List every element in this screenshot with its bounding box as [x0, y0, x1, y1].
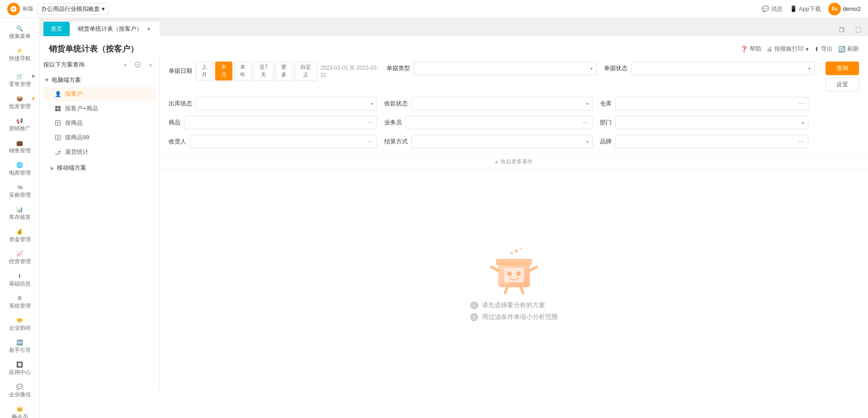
logo-icon: [7, 3, 20, 15]
doc-status-arrow: ▾: [808, 66, 811, 71]
brand-select[interactable]: ···: [615, 135, 808, 148]
scheme-by-product[interactable]: 按商品: [43, 116, 156, 130]
main-container: 🔍 搜索菜单 ⚡ 快捷导航 🛒 零售管理 ▶ 📦 批发管理 ▲ 📢 营销推广: [0, 18, 868, 418]
collapse-up-icon: ∧: [495, 159, 499, 165]
tab-bar-actions: ❐ ⛶: [835, 24, 864, 36]
warehouse-select[interactable]: ···: [615, 97, 808, 110]
sidebar-item-app-center[interactable]: 🔲 应用中心: [0, 358, 39, 380]
receipt-status-select[interactable]: ▾: [411, 97, 593, 110]
customer-icon: 👤: [54, 90, 61, 98]
settings-button[interactable]: 设置: [826, 78, 859, 91]
settlement-arrow: ▾: [586, 139, 589, 144]
scheme-customer-product-label: 按客户+商品: [65, 104, 98, 113]
tab-restore-btn[interactable]: ❐: [835, 24, 848, 36]
sidebar-item-retail[interactable]: 🛒 零售管理 ▶: [0, 70, 39, 92]
app-download-action[interactable]: 📱 App下载: [790, 5, 821, 13]
empty-state-icon: [487, 240, 541, 294]
main-split: 按以下方案查询 + « ▶: [40, 54, 868, 391]
app-download-label: App下载: [799, 5, 821, 13]
out-status-select[interactable]: ▾: [196, 97, 377, 110]
search-icon: 🔍: [16, 25, 23, 32]
sidebar-item-ecommerce[interactable]: 🌐 电商管理: [0, 158, 39, 180]
operations-icon: 📈: [16, 251, 23, 257]
consignee-label: 收货人: [169, 138, 186, 146]
query-button[interactable]: 查询: [826, 62, 859, 75]
sidebar-item-guide[interactable]: 🆕 新手引导: [0, 336, 39, 358]
department-select[interactable]: ▾: [615, 116, 808, 129]
desktop-group-header[interactable]: ▶ 电脑端方案: [43, 73, 156, 87]
sidebar-item-purchase[interactable]: 🛍 采购管理: [0, 180, 39, 203]
date-btn-more[interactable]: 更多: [275, 62, 293, 81]
svg-rect-2: [55, 106, 57, 108]
consignee-select[interactable]: ···: [190, 135, 377, 148]
empty-state: 1 请先选择要分析的方案 2 用过滤条件来缩小分析范围: [160, 170, 868, 391]
sidebar-item-system[interactable]: ⚙ 系统管理: [0, 291, 39, 314]
user-area[interactable]: Ea demo2: [828, 3, 861, 15]
member-icon: 👑: [16, 406, 23, 412]
date-btn-this-year[interactable]: 本年: [234, 62, 252, 81]
sidebar-item-finance[interactable]: 💰 资金管理: [0, 225, 39, 247]
sidebar: 🔍 搜索菜单 ⚡ 快捷导航 🛒 零售管理 ▶ 📦 批发管理 ▲ 📢 营销推广: [0, 18, 40, 418]
sidebar-item-wholesale[interactable]: 📦 批发管理 ▲: [0, 92, 39, 114]
refresh-btn[interactable]: 🔄 刷新: [838, 45, 859, 53]
desktop-arrow: ▶: [45, 78, 50, 82]
user-avatar: Ea: [828, 3, 841, 15]
collapse-text: ∧ 收起更多条件: [495, 158, 533, 166]
app-selector[interactable]: 办公用品行业模拟账套 ▾: [37, 3, 109, 15]
doc-type-select[interactable]: ▾: [414, 62, 597, 75]
date-btn-last-7[interactable]: 近7天: [254, 62, 274, 81]
sidebar-item-member[interactable]: 👑 畅会员: [0, 402, 39, 418]
export-btn[interactable]: ⬆ 导出: [814, 45, 833, 53]
salesperson-select[interactable]: ···: [406, 116, 593, 129]
sidebar-item-wechat[interactable]: 💬 企业微信: [0, 380, 39, 402]
scheme-collapse-btn[interactable]: «: [146, 60, 156, 70]
tab-close-btn[interactable]: ×: [145, 25, 152, 33]
filter-section: 单据日期 上月 本月 本年 近7天 更多 自定义: [160, 54, 868, 154]
svg-point-19: [519, 247, 522, 250]
date-btn-custom[interactable]: 自定义: [295, 62, 317, 81]
doc-status-select[interactable]: ▾: [631, 62, 815, 75]
receipt-status-label: 收款状态: [384, 100, 408, 108]
scheme-add-btn[interactable]: +: [120, 60, 130, 70]
tab-maximize-btn[interactable]: ⛶: [852, 24, 864, 36]
mobile-group-header[interactable]: ▶ 移动端方案: [43, 161, 156, 175]
consignee-dots: ···: [367, 138, 373, 146]
sidebar-item-search[interactable]: 🔍 搜索菜单: [0, 22, 39, 44]
mobile-scheme-group: ▶ 移动端方案: [43, 161, 156, 175]
sidebar-item-enterprise[interactable]: 🤝 企业协同: [0, 314, 39, 336]
scheme-product-label: 按商品: [65, 119, 83, 127]
sidebar-item-inventory[interactable]: 📊 库存核算: [0, 203, 39, 225]
logo-area: 标版: [7, 3, 33, 15]
settlement-select[interactable]: ▾: [411, 135, 593, 148]
help-btn[interactable]: ❓ 帮助: [741, 45, 761, 53]
tab-home[interactable]: 首页: [43, 22, 70, 36]
doc-type-label: 单据类型: [387, 64, 410, 72]
app-title: 办公用品行业模拟账套: [41, 5, 100, 13]
tab-sales-stats[interactable]: 销货单统计表（按客户） ×: [71, 22, 160, 36]
sidebar-item-basics[interactable]: ℹ 基础信息: [0, 269, 39, 291]
sidebar-item-quick-nav[interactable]: ⚡ 快捷导航: [0, 44, 39, 66]
sidebar-item-sales[interactable]: 💼 销售管理: [0, 136, 39, 158]
scheme-edit-btn[interactable]: [133, 60, 143, 70]
product-select[interactable]: ···: [184, 116, 377, 129]
message-action[interactable]: 💬 消息: [762, 5, 783, 13]
date-btn-this-month[interactable]: 本月: [215, 62, 233, 81]
collapse-bar[interactable]: ∧ 收起更多条件: [160, 154, 868, 170]
product-icon: [54, 119, 61, 127]
scheme-by-customer-product[interactable]: 按客户+商品: [43, 101, 156, 116]
export-label: 导出: [821, 45, 833, 53]
date-range: 2023-03-01 至 2023-03-31: [321, 64, 379, 78]
scheme-by-product-99[interactable]: 按商品99: [43, 130, 156, 145]
mobile-arrow: ▶: [51, 166, 54, 171]
sidebar-item-operations[interactable]: 📈 经营管理: [0, 247, 39, 269]
template-print-btn[interactable]: 🖨 按模板打印 ▾: [767, 45, 809, 53]
message-icon: 💬: [762, 5, 769, 12]
marketing-icon: 📢: [16, 118, 23, 124]
scheme-by-customer[interactable]: 👤 按客户: [43, 87, 156, 101]
scheme-return-stats[interactable]: 退货统计: [43, 145, 156, 159]
date-btn-last-month[interactable]: 上月: [196, 62, 213, 81]
product-99-icon: [54, 134, 61, 141]
doc-status-label: 单据状态: [604, 64, 627, 72]
return-icon: [54, 148, 61, 156]
sidebar-item-marketing[interactable]: 📢 营销推广: [0, 114, 39, 136]
